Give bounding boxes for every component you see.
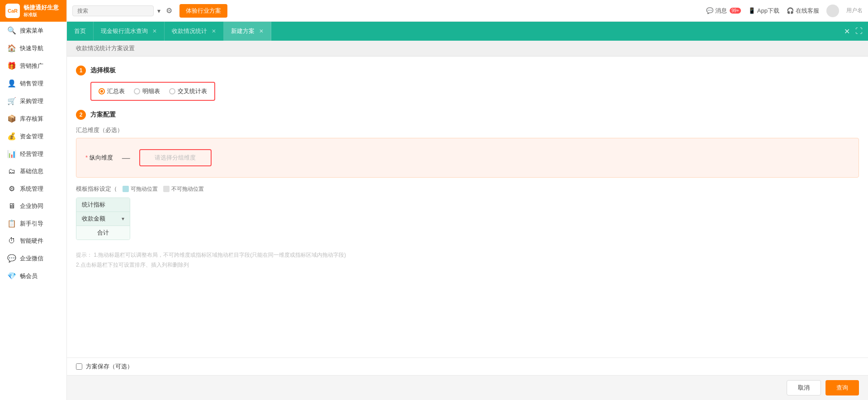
cancel-button[interactable]: 取消 <box>787 380 821 395</box>
app-download-label: App下载 <box>757 7 779 15</box>
page-content: 收款情况统计方案设置 1 选择模板 汇总表 明细表 <box>67 41 868 400</box>
radio-summary[interactable]: 汇总表 <box>99 87 125 95</box>
tab-bank-flow[interactable]: 现金银行流水查询 ✕ <box>94 22 165 41</box>
sidebar-item-label: 快速导航 <box>20 44 43 52</box>
stat-table-col-label: 收款金额 <box>82 215 105 223</box>
dimension-selector[interactable]: 请选择分组维度 <box>139 149 212 166</box>
tab-receipt-stats-label: 收款情况统计 <box>172 27 207 35</box>
sidebar-item-inventory[interactable]: 📦 库存核算 <box>0 110 66 127</box>
sidebar-item-basic-info[interactable]: 🗂 基础信息 <box>0 163 66 180</box>
sidebar-item-label: 新手引导 <box>20 220 43 228</box>
radio-cross[interactable]: 交叉统计表 <box>169 87 207 95</box>
dimension-area: * 纵向维度 — 请选择分组维度 <box>76 138 859 178</box>
tab-new-plan-close-icon[interactable]: ✕ <box>259 28 264 34</box>
sidebar-item-purchase[interactable]: 🛒 采购管理 <box>0 92 66 110</box>
tip-line-2: 2.点击标题栏下拉可设置排序、插入列和删除列 <box>76 260 859 270</box>
stat-table-col-header[interactable]: 收款金额 ▾ <box>76 212 130 226</box>
sidebar-item-enterprise[interactable]: 🖥 企业协同 <box>0 198 66 215</box>
sidebar: CaR 畅捷通好生意 标准版 🔍 搜索菜单 🏠 快速导航 🎁 营销推广 👤 销售… <box>0 0 67 400</box>
online-service-label: 在线客服 <box>796 7 819 15</box>
tab-bank-flow-close-icon[interactable]: ✕ <box>152 28 157 34</box>
immovable-label: 不可拖动位置 <box>171 185 204 193</box>
sidebar-item-guide[interactable]: 📋 新手引导 <box>0 215 66 232</box>
close-window-icon[interactable]: ✕ <box>844 27 850 36</box>
step1-header: 1 选择模板 <box>76 66 859 75</box>
form-area: 1 选择模板 汇总表 明细表 交叉统计表 <box>67 56 868 358</box>
app-icon: 📱 <box>748 7 755 14</box>
col-dropdown-icon[interactable]: ▾ <box>122 216 124 222</box>
gift-icon: 🎁 <box>7 61 16 70</box>
logo-badge: 标准版 <box>24 12 59 18</box>
tab-new-plan[interactable]: 新建方案 ✕ <box>224 22 271 41</box>
radio-detail[interactable]: 明细表 <box>134 87 160 95</box>
sidebar-item-search[interactable]: 🔍 搜索菜单 <box>0 22 66 39</box>
dimension-row-label: 纵向维度 <box>90 154 113 161</box>
breadcrumb: 收款情况统计方案设置 <box>67 41 868 56</box>
movable-label: 可拖动位置 <box>131 185 158 193</box>
radio-summary-circle <box>99 88 105 94</box>
save-checkbox[interactable] <box>76 363 82 370</box>
sidebar-item-system[interactable]: ⚙ 系统管理 <box>0 180 66 198</box>
money-icon: 💰 <box>7 132 16 141</box>
settings-icon[interactable]: ⚙ <box>166 6 172 15</box>
sidebar-item-member[interactable]: 💎 畅会员 <box>0 267 66 285</box>
notification-label: 消息 <box>715 7 727 15</box>
timer-icon: ⏱ <box>7 237 16 245</box>
app-download-item[interactable]: 📱 App下载 <box>748 7 779 15</box>
footer-actions: 取消 查询 <box>67 375 868 400</box>
immovable-badge: 不可拖动位置 <box>163 185 204 193</box>
radio-detail-circle <box>134 88 140 94</box>
sidebar-item-label: 智能硬件 <box>20 237 43 245</box>
search-input[interactable] <box>72 5 154 16</box>
dimension-config-label: 汇总维度（必选） <box>76 126 859 134</box>
gear-icon: ⚙ <box>7 184 16 193</box>
dimension-required-mark: * 纵向维度 <box>85 154 113 162</box>
stat-table-row-label: 合计 <box>97 229 109 236</box>
tabbar: 首页 现金银行流水查询 ✕ 收款情况统计 ✕ 新建方案 ✕ ✕ ⛶ <box>67 22 868 41</box>
step2-header: 2 方案配置 <box>76 110 859 120</box>
sidebar-item-operation[interactable]: 📊 经营管理 <box>0 145 66 163</box>
step1-section: 1 选择模板 汇总表 明细表 交叉统计表 <box>76 66 859 101</box>
movable-badge: 可拖动位置 <box>123 185 158 193</box>
template-selector-box: 汇总表 明细表 交叉统计表 <box>90 82 215 101</box>
sidebar-item-quick-nav[interactable]: 🏠 快速导航 <box>0 39 66 57</box>
maximize-icon[interactable]: ⛶ <box>855 27 863 35</box>
online-service-item[interactable]: 🎧 在线客服 <box>787 7 819 15</box>
sidebar-item-label: 销售管理 <box>20 80 43 88</box>
logo-text: 畅捷通好生意 <box>24 4 59 12</box>
tip-line-1: 提示： 1.拖动标题栏可以调整布局，不可跨维度或指标区域拖动栏目字段(只能在同一… <box>76 250 859 260</box>
tab-receipt-stats[interactable]: 收款情况统计 ✕ <box>165 22 224 41</box>
tab-receipt-stats-close-icon[interactable]: ✕ <box>212 28 216 34</box>
sidebar-item-sales[interactable]: 👤 销售管理 <box>0 75 66 92</box>
dimension-row: * 纵向维度 — 请选择分组维度 <box>85 149 849 166</box>
explore-btn[interactable]: 体验行业方案 <box>179 4 227 18</box>
clipboard-icon: 📋 <box>7 219 16 228</box>
sidebar-item-label: 企业协同 <box>20 202 43 210</box>
notification-item[interactable]: 💬 消息 99+ <box>706 7 741 15</box>
topbar-right: 💬 消息 99+ 📱 App下载 🎧 在线客服 用户名 <box>706 5 863 17</box>
dropdown-arrow-icon[interactable]: ▾ <box>157 7 160 14</box>
sidebar-item-label: 库存核算 <box>20 115 43 123</box>
tab-bank-flow-label: 现金银行流水查询 <box>101 27 148 35</box>
tabbar-actions: ✕ ⛶ <box>839 22 868 41</box>
sidebar-logo: CaR 畅捷通好生意 标准版 <box>0 0 66 22</box>
user-avatar[interactable] <box>826 5 839 17</box>
notification-count: 99+ <box>730 8 741 14</box>
sidebar-item-label: 营销推广 <box>20 62 43 70</box>
sidebar-item-marketing[interactable]: 🎁 营销推广 <box>0 57 66 75</box>
save-option-label: 方案保存（可选） <box>86 362 133 371</box>
sidebar-item-hardware[interactable]: ⏱ 智能硬件 <box>0 232 66 249</box>
tab-home[interactable]: 首页 <box>67 22 94 41</box>
save-option: 方案保存（可选） <box>67 358 868 375</box>
step1-number: 1 <box>76 66 86 75</box>
sidebar-item-finance[interactable]: 💰 资金管理 <box>0 127 66 145</box>
chat-icon: 💬 <box>7 254 16 263</box>
sidebar-item-wechat[interactable]: 💬 企业微信 <box>0 249 66 267</box>
sidebar-item-label: 资金管理 <box>20 132 43 141</box>
stat-table-header-label: 统计指标 <box>82 201 105 209</box>
step2-title: 方案配置 <box>90 111 116 119</box>
tab-new-plan-label: 新建方案 <box>231 27 255 35</box>
query-button[interactable]: 查询 <box>826 380 859 395</box>
sidebar-item-label: 搜索菜单 <box>20 27 43 35</box>
radio-summary-label: 汇总表 <box>107 87 125 95</box>
